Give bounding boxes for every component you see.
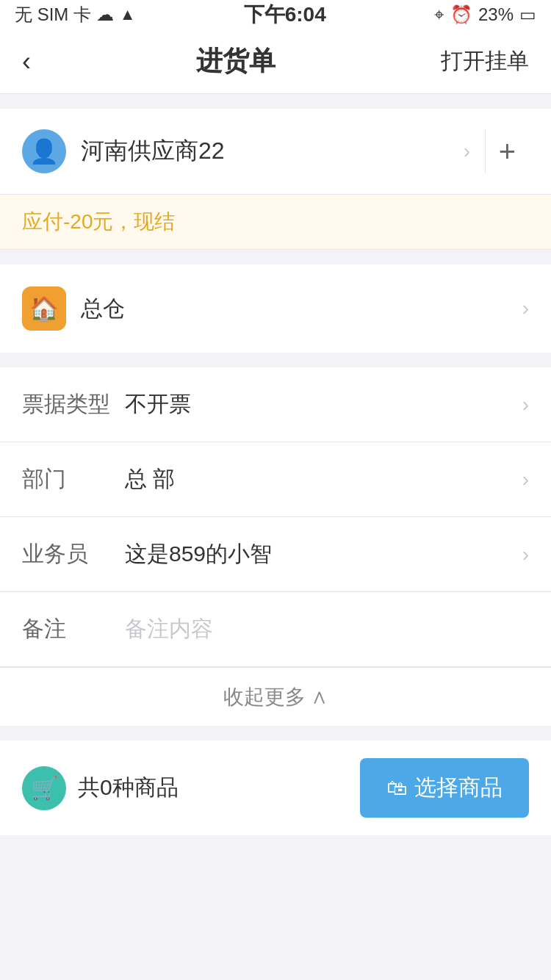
- mid-divider1: [0, 250, 551, 264]
- department-label: 部门: [22, 464, 125, 494]
- sim-text: 无 SIM 卡 ☁: [15, 3, 114, 26]
- supplier-section: 👤 河南供应商22 › + 应付-20元，现结: [0, 109, 551, 250]
- goods-count-text: 共0种商品: [78, 773, 179, 803]
- status-left: 无 SIM 卡 ☁ ▲: [15, 3, 135, 26]
- status-time: 下午6:04: [244, 1, 326, 29]
- back-button[interactable]: ‹: [22, 46, 31, 77]
- status-right: ⌖ ⏰ 23% ▭: [434, 4, 536, 25]
- department-row[interactable]: 部门 总 部 ›: [0, 442, 551, 517]
- select-goods-button[interactable]: 🛍 选择商品: [360, 758, 529, 818]
- warehouse-icon-wrap: 🏠: [22, 287, 66, 331]
- supplier-avatar: 👤: [22, 129, 66, 173]
- goods-count-wrap: 🛒 共0种商品: [22, 766, 179, 810]
- collapse-button[interactable]: 收起更多 ∧: [0, 667, 551, 726]
- select-goods-label: 选择商品: [414, 773, 503, 803]
- goods-bag-icon: 🛒: [31, 775, 58, 801]
- remark-input[interactable]: 备注内容: [125, 614, 529, 644]
- notice-banner: 应付-20元，现结: [0, 195, 551, 250]
- supplier-name: 河南供应商22: [81, 135, 456, 167]
- battery-icon: ▭: [519, 4, 536, 25]
- nav-bar: ‹ 进货单 打开挂单: [0, 29, 551, 94]
- salesperson-chevron-icon: ›: [522, 543, 529, 566]
- invoice-type-chevron-icon: ›: [522, 393, 529, 417]
- alarm-icon: ⏰: [450, 4, 472, 25]
- battery-text: 23%: [478, 4, 514, 25]
- wifi-icon: ▲: [120, 5, 136, 24]
- goods-icon-wrap: 🛒: [22, 766, 66, 810]
- warehouse-row[interactable]: 🏠 总仓 ›: [0, 264, 551, 353]
- add-supplier-button[interactable]: +: [485, 129, 529, 173]
- supplier-chevron-icon: ›: [464, 140, 470, 163]
- supplier-row[interactable]: 👤 河南供应商22 › +: [0, 109, 551, 195]
- invoice-type-label: 票据类型: [22, 389, 125, 419]
- notice-text: 应付-20元，现结: [22, 210, 175, 233]
- department-value: 总 部: [125, 464, 515, 494]
- location-icon: ⌖: [434, 4, 444, 25]
- salesperson-value: 这是859的小智: [125, 539, 515, 569]
- salesperson-row[interactable]: 业务员 这是859的小智 ›: [0, 517, 551, 592]
- bottom-bar: 🛒 共0种商品 🛍 选择商品: [0, 741, 551, 835]
- department-chevron-icon: ›: [522, 468, 529, 491]
- salesperson-label: 业务员: [22, 539, 125, 569]
- open-pending-button[interactable]: 打开挂单: [441, 46, 529, 76]
- warehouse-icon: 🏠: [29, 295, 59, 323]
- invoice-type-row[interactable]: 票据类型 不开票 ›: [0, 367, 551, 442]
- collapse-text: 收起更多 ∧: [223, 683, 328, 711]
- remark-row[interactable]: 备注 备注内容: [0, 592, 551, 667]
- remark-label: 备注: [22, 614, 125, 644]
- top-divider: [0, 94, 551, 109]
- warehouse-section: 🏠 总仓 ›: [0, 264, 551, 353]
- select-goods-icon: 🛍: [386, 776, 407, 800]
- invoice-type-value: 不开票: [125, 389, 515, 419]
- user-icon: 👤: [29, 137, 59, 165]
- warehouse-chevron-icon: ›: [522, 297, 529, 320]
- status-bar: 无 SIM 卡 ☁ ▲ 下午6:04 ⌖ ⏰ 23% ▭: [0, 0, 551, 29]
- mid-divider2: [0, 353, 551, 367]
- page-title: 进货单: [196, 43, 276, 79]
- form-section: 票据类型 不开票 › 部门 总 部 › 业务员 这是859的小智 › 备注 备注…: [0, 367, 551, 726]
- warehouse-label: 总仓: [81, 294, 515, 324]
